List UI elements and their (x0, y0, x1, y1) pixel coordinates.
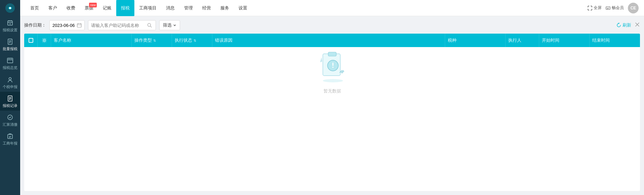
th-end-time: 结束时间 (590, 34, 640, 47)
date-label: 操作日期： (24, 22, 46, 28)
topnav-right: 全屏 畅会员 CE (588, 3, 639, 13)
member-icon (606, 6, 610, 10)
th-customer-name: 客户名称 (51, 34, 132, 47)
sidebar-item-baoshui-zonglan[interactable]: 报税总览 (0, 54, 20, 73)
main-wrap: 首页 客户 收费 票据 new 记账 报税 工商项目 消息 (20, 0, 644, 195)
sidebar-item-piliang-baoshui[interactable]: 批量报税 (0, 35, 20, 54)
svg-rect-2 (8, 21, 12, 25)
chevron-down-icon (173, 24, 176, 27)
table-wrap: 客户名称 操作类型 ⇅ 执行状态 ⇅ 错误原因 税种 执行人 (24, 34, 640, 191)
baoshui-jilu-icon (6, 94, 14, 103)
empty-illustration (315, 47, 349, 84)
sidebar-item-label: 报税总览 (3, 66, 17, 70)
empty-state: 暂无数据 (24, 47, 640, 94)
search-input[interactable] (91, 23, 145, 28)
date-input[interactable]: 2023-06-06 (49, 20, 85, 30)
th-tax-type: 税种 (445, 34, 506, 47)
sidebar-item-baoshui-jilu[interactable]: 报税记录 (0, 92, 20, 111)
svg-point-19 (332, 67, 334, 68)
avatar[interactable]: CE (628, 3, 639, 13)
th-checkbox[interactable] (24, 34, 38, 47)
sidebar-item-label: 报税设置 (3, 28, 17, 32)
th-settings[interactable] (38, 34, 51, 47)
sidebar-item-label: 汇算清缴 (3, 122, 17, 127)
nav-item-home[interactable]: 首页 (26, 0, 44, 16)
content-area: 操作日期： 2023-06-06 筛选 (20, 16, 644, 195)
piliang-baoshui-icon (6, 38, 14, 46)
filter-button[interactable]: 筛选 (159, 20, 180, 30)
svg-point-1 (9, 7, 11, 9)
th-executor: 执行人 (506, 34, 539, 47)
date-value: 2023-06-06 (52, 23, 75, 28)
sidebar: 报税设置 批量报税 报税总览 个税申报 (0, 0, 20, 195)
select-all-checkbox[interactable] (29, 38, 33, 43)
sidebar-item-baoshui-shezhi[interactable]: 报税设置 (0, 16, 20, 35)
svg-rect-18 (332, 63, 333, 66)
new-badge: new (89, 3, 97, 7)
empty-text: 暂无数据 (324, 88, 341, 94)
toolbar-right: 刷新 (616, 22, 640, 29)
nav-item-fuwu[interactable]: 服务 (216, 0, 234, 16)
sidebar-item-label: 工商年报 (3, 141, 17, 146)
close-icon (635, 22, 640, 27)
huisuan-jiaona-icon (6, 113, 14, 121)
svg-rect-11 (77, 24, 81, 27)
nav-item-jizhang[interactable]: 记账 (98, 0, 116, 16)
th-start-time: 开始时间 (539, 34, 590, 47)
sort-icon: ⇅ (194, 39, 196, 42)
table-body: 暂无数据 (24, 47, 640, 191)
svg-point-13 (43, 40, 45, 41)
search-icon (147, 23, 152, 28)
baoshui-zonglan-icon (6, 56, 14, 65)
search-wrap (88, 20, 156, 30)
th-exec-status[interactable]: 执行状态 ⇅ (172, 34, 212, 47)
refresh-button[interactable]: 刷新 (616, 22, 631, 28)
sidebar-item-gongshang-nianbao[interactable]: 工商年报 (0, 129, 20, 148)
th-operation-type[interactable]: 操作类型 ⇅ (132, 34, 172, 47)
nav-item-guanli[interactable]: 管理 (179, 0, 198, 16)
svg-rect-16 (328, 52, 336, 56)
member-button[interactable]: 畅会员 (606, 5, 624, 11)
refresh-icon (616, 23, 621, 28)
search-button[interactable] (145, 21, 154, 30)
close-button[interactable] (635, 22, 640, 29)
sidebar-logo (0, 0, 20, 16)
sidebar-item-label: 批量报税 (3, 47, 17, 51)
calendar-icon (77, 23, 82, 28)
sidebar-item-huisuan-jiaona[interactable]: 汇算清缴 (0, 111, 20, 129)
svg-point-6 (9, 77, 11, 80)
nav-item-jingying[interactable]: 经营 (198, 0, 216, 16)
table-header: 客户名称 操作类型 ⇅ 执行状态 ⇅ 错误原因 税种 执行人 (24, 34, 640, 47)
th-error-reason: 错误原因 (212, 34, 445, 47)
gongshang-nianbao-icon (6, 132, 14, 140)
svg-point-14 (323, 79, 343, 82)
topnav: 首页 客户 收费 票据 new 记账 报税 工商项目 消息 (20, 0, 644, 16)
baoshui-shezhi-icon (6, 19, 14, 27)
nav-item-customer[interactable]: 客户 (44, 0, 62, 16)
nav-item-xiaoxi[interactable]: 消息 (161, 0, 179, 16)
toolbar: 操作日期： 2023-06-06 筛选 (24, 20, 640, 30)
nav-items: 首页 客户 收费 票据 new 记账 报税 工商项目 消息 (26, 0, 588, 16)
fullscreen-button[interactable]: 全屏 (588, 5, 602, 11)
geshuishenbaoi-icon (6, 76, 14, 84)
sidebar-item-label: 报税记录 (3, 104, 17, 108)
sort-icon: ⇅ (153, 39, 156, 42)
sidebar-item-label: 个税申报 (3, 85, 17, 89)
nav-item-gongshang[interactable]: 工商项目 (134, 0, 161, 16)
nav-item-baoshui[interactable]: 报税 (116, 0, 134, 16)
nav-item-piaojv[interactable]: 票据 new (80, 0, 98, 16)
fullscreen-icon (588, 6, 592, 10)
nav-item-shoufei[interactable]: 收费 (62, 0, 80, 16)
settings-icon (42, 38, 47, 43)
svg-point-3 (10, 24, 11, 25)
sidebar-item-geshuishenbaoi[interactable]: 个税申报 (0, 73, 20, 92)
nav-item-shezhi[interactable]: 设置 (234, 0, 252, 16)
svg-rect-5 (7, 58, 13, 63)
